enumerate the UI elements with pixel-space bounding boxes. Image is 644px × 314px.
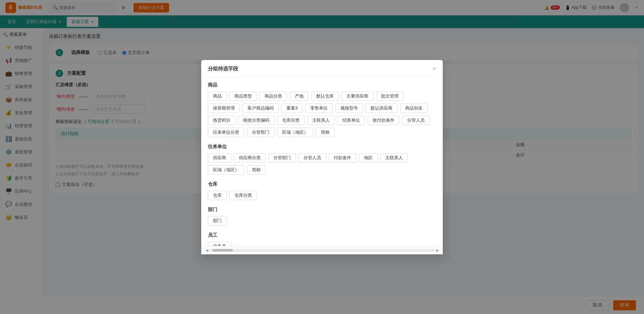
modal-header: 分组待选字段 × <box>201 60 443 77</box>
field-tag[interactable]: 仓库 <box>208 191 227 200</box>
field-group-department-title: 部门 <box>208 207 436 213</box>
field-tag[interactable]: 仓库分类 <box>229 191 257 200</box>
field-group-employee: 员工 业务员 <box>208 232 436 246</box>
field-tags-employee: 业务员 <box>208 242 436 246</box>
field-tag[interactable]: 区域（地区） <box>277 128 313 137</box>
modal-overlay: 分组待选字段 × 商品 商品 商品类型 商品分类 产地 默认仓库 主要供应商 批… <box>0 0 644 314</box>
field-tag[interactable]: 默认仓库 <box>311 91 339 101</box>
field-tag[interactable]: 默认供应商 <box>366 104 397 113</box>
modal-close-icon[interactable]: × <box>432 65 436 72</box>
field-tag[interactable]: 产地 <box>290 91 309 101</box>
hscroll-thumb[interactable] <box>213 249 233 252</box>
field-tag[interactable]: 主联系人 <box>380 153 408 163</box>
field-group-partner: 往来单位 供应商 供应商分类 分管部门 分管人员 付款条件 地区 主联系人 区域… <box>208 144 436 175</box>
modal-hscroll: ◀ ▶ <box>201 246 443 254</box>
field-tag[interactable]: 供应商分类 <box>234 153 266 163</box>
field-tag[interactable]: 拣货积分 <box>208 116 235 125</box>
field-tag[interactable]: 仓库分类 <box>277 116 305 125</box>
modal-body: 商品 商品 商品类型 商品分类 产地 默认仓库 主要供应商 批次管理 保质期管理… <box>201 77 443 246</box>
field-tags-partner: 供应商 供应商分类 分管部门 分管人员 付款条件 地区 主联系人 区域（地区） … <box>208 153 436 175</box>
field-tag[interactable]: 商品 <box>208 91 227 101</box>
field-group-goods: 商品 商品 商品类型 商品分类 产地 默认仓库 主要供应商 批次管理 保质期管理… <box>208 82 436 137</box>
field-tag[interactable]: 主要供应商 <box>341 91 373 101</box>
field-tag[interactable]: 零售单位 <box>305 104 333 113</box>
field-tag[interactable]: 收付款条件 <box>368 116 399 125</box>
field-group-partner-title: 往来单位 <box>208 144 436 150</box>
field-tag[interactable]: 重量3 <box>281 104 303 113</box>
field-tag[interactable]: 供应商 <box>208 153 231 163</box>
hscroll-left-icon[interactable]: ◀ <box>204 248 209 253</box>
field-tag[interactable]: 往来单位分类 <box>208 128 244 137</box>
field-tag[interactable]: 地区 <box>359 153 378 163</box>
field-tag[interactable]: 分管部门 <box>247 128 274 137</box>
field-group-warehouse: 仓库 仓库 仓库分类 <box>208 181 436 200</box>
field-tag[interactable]: 分管部门 <box>268 153 296 163</box>
hscroll-track <box>209 249 435 252</box>
field-tag[interactable]: 简称 <box>247 165 266 175</box>
field-tags-goods: 商品 商品类型 商品分类 产地 默认仓库 主要供应商 批次管理 保质期管理 客户… <box>208 91 436 137</box>
field-tag[interactable]: 客户商品编码 <box>243 104 279 113</box>
field-group-goods-title: 商品 <box>208 82 436 88</box>
field-tag[interactable]: 分管人员 <box>299 153 326 163</box>
field-tag[interactable]: 分管人员 <box>402 116 430 125</box>
modal-title: 分组待选字段 <box>208 66 238 72</box>
field-tag[interactable]: 商品别名 <box>400 104 428 113</box>
field-tag[interactable]: 批次管理 <box>376 91 404 101</box>
field-tags-warehouse: 仓库 仓库分类 <box>208 191 436 200</box>
field-tag[interactable]: 商品分类 <box>260 91 287 101</box>
field-tag[interactable]: 简称 <box>316 128 335 137</box>
field-tag[interactable]: 业务员 <box>208 242 231 246</box>
field-tag[interactable]: 保质期管理 <box>208 104 240 113</box>
field-group-department: 部门 部门 <box>208 207 436 226</box>
field-group-employee-title: 员工 <box>208 232 436 238</box>
field-group-warehouse-title: 仓库 <box>208 181 436 187</box>
field-tag[interactable]: 商品类型 <box>229 91 257 101</box>
field-tag[interactable]: 规格型号 <box>335 104 363 113</box>
field-tag[interactable]: 税收分类编码 <box>238 116 274 125</box>
modal: 分组待选字段 × 商品 商品 商品类型 商品分类 产地 默认仓库 主要供应商 批… <box>201 60 443 254</box>
field-tag[interactable]: 主联系人 <box>307 116 335 125</box>
field-tag[interactable]: 部门 <box>208 216 227 226</box>
hscroll-right-icon[interactable]: ▶ <box>435 248 440 253</box>
field-tag[interactable]: 区域（地区） <box>208 165 244 175</box>
field-tags-department: 部门 <box>208 216 436 226</box>
field-tag[interactable]: 结算单位 <box>337 116 365 125</box>
field-tag[interactable]: 付款条件 <box>329 153 356 163</box>
